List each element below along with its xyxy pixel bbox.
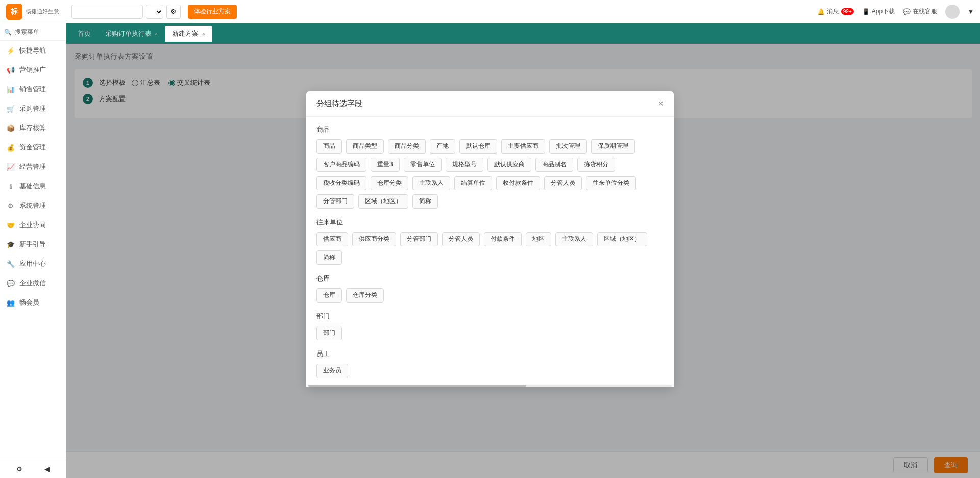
sidebar-bottom: ⚙ ◀ [0,460,66,478]
field-tag-1-6[interactable]: 主联系人 [555,232,593,246]
sidebar-item-guide[interactable]: 🎓 新手引导 [0,235,66,254]
field-tag-3-0[interactable]: 部门 [316,326,342,340]
operation-icon: 📈 [6,162,15,171]
experience-button[interactable]: 体验行业方案 [188,5,237,19]
system-icon: ⚙ [6,201,15,210]
field-tag-2-1[interactable]: 仓库分类 [346,288,384,303]
sidebar-item-sales[interactable]: 📊 销售管理 [0,80,66,99]
section-title-4: 员工 [316,349,664,359]
field-tag-0-9[interactable]: 重量3 [371,158,400,172]
guide-icon: 🎓 [6,240,15,249]
field-section-4: 员工业务员 [316,349,664,378]
field-section-1: 往来单位供应商供应商分类分管部门分管人员付款条件地区主联系人区域（地区）简称 [316,218,664,265]
nav-message[interactable]: 🔔 消息 99+ [817,7,854,16]
sidebar-item-purchase[interactable]: 🛒 采购管理 [0,99,66,118]
field-tag-1-2[interactable]: 分管部门 [400,232,438,246]
top-bar: 标 畅捷通好生意 ⚙ 体验行业方案 🔔 消息 99+ 📱 App下载 💬 在线客… [0,0,980,23]
sidebar-item-enterprise[interactable]: 🤝 企业协同 [0,215,66,235]
tab-new-plan[interactable]: 新建方案 × [165,26,212,42]
top-bar-right: 🔔 消息 99+ 📱 App下载 💬 在线客服 ▼ [817,5,974,19]
field-tag-0-17[interactable]: 主联系人 [412,176,450,190]
sidebar-item-basic-info[interactable]: ℹ 基础信息 [0,177,66,196]
field-tag-1-8[interactable]: 简称 [316,250,342,265]
nav-online-support[interactable]: 💬 在线客服 [903,7,937,16]
field-tag-1-4[interactable]: 付款条件 [484,232,522,246]
gear-button[interactable]: ⚙ [166,5,181,19]
sidebar-search[interactable]: 🔍 搜索菜单 [0,23,66,41]
shortcuts-icon: ⚡ [6,46,15,55]
section-title-2: 仓库 [316,274,664,283]
field-tags-4: 业务员 [316,364,664,378]
tab-home[interactable]: 首页 [70,26,98,42]
field-tag-0-16[interactable]: 仓库分类 [371,176,408,190]
sidebar-item-apps[interactable]: 🔧 应用中心 [0,254,66,273]
field-tag-0-18[interactable]: 结算单位 [454,176,492,190]
field-tag-0-4[interactable]: 默认仓库 [459,139,497,154]
field-tag-4-0[interactable]: 业务员 [316,364,348,378]
sidebar-item-system[interactable]: ⚙ 系统管理 [0,196,66,215]
field-tag-0-0[interactable]: 商品 [316,139,342,154]
field-tag-0-19[interactable]: 收付款条件 [496,176,540,190]
field-tags-3: 部门 [316,326,664,340]
logo-text: 畅捷通好生意 [26,8,59,15]
field-tag-2-0[interactable]: 仓库 [316,288,342,303]
field-tag-0-8[interactable]: 客户商品编码 [316,158,366,172]
field-tag-0-23[interactable]: 区域（地区） [358,194,408,209]
field-tags-0: 商品商品类型商品分类产地默认仓库主要供应商批次管理保质期管理客户商品编码重量3零… [316,139,664,209]
field-tag-0-20[interactable]: 分管人员 [544,176,582,190]
modal-close-button[interactable]: × [658,98,664,109]
field-section-2: 仓库仓库仓库分类 [316,274,664,303]
field-tag-0-14[interactable]: 拣货积分 [577,158,615,172]
tab-purchase-execution[interactable]: 采购订单执行表 × [98,26,165,42]
field-tag-0-12[interactable]: 默认供应商 [487,158,531,172]
purchase-icon: 🛒 [6,104,15,113]
sidebar-item-shortcuts[interactable]: ⚡ 快捷导航 [0,41,66,60]
modal-body[interactable]: 商品商品商品类型商品分类产地默认仓库主要供应商批次管理保质期管理客户商品编码重量… [306,117,674,384]
field-tag-1-3[interactable]: 分管人员 [442,232,480,246]
sidebar-item-finance[interactable]: 💰 资金管理 [0,138,66,157]
collapse-icon[interactable]: ◀ [44,465,50,473]
field-tag-1-5[interactable]: 地区 [526,232,551,246]
field-tag-0-5[interactable]: 主要供应商 [501,139,545,154]
search-dropdown[interactable] [146,5,163,19]
members-icon: 👥 [6,298,15,307]
field-tag-0-10[interactable]: 零售单位 [404,158,442,172]
finance-icon: 💰 [6,143,15,152]
field-tag-0-21[interactable]: 往来单位分类 [586,176,636,190]
field-tag-1-0[interactable]: 供应商 [316,232,348,246]
sidebar-item-operation[interactable]: 📈 经营管理 [0,157,66,177]
logo-icon: 标 [6,4,22,20]
tab-close-purchase[interactable]: × [155,31,158,37]
section-title-1: 往来单位 [316,218,664,227]
field-tag-0-13[interactable]: 商品别名 [535,158,573,172]
avatar[interactable] [945,5,960,19]
sidebar-item-marketing[interactable]: 📢 营销推广 [0,60,66,80]
section-title-3: 部门 [316,312,664,321]
wechat-icon: 💬 [6,279,15,288]
message-icon: 🔔 [817,8,825,15]
settings-icon[interactable]: ⚙ [16,465,22,473]
field-tag-1-7[interactable]: 区域（地区） [597,232,647,246]
sidebar-item-wechat[interactable]: 💬 企业微信 [0,273,66,293]
sidebar-item-members[interactable]: 👥 畅会员 [0,293,66,312]
app-icon: 📱 [862,8,870,15]
field-tag-1-1[interactable]: 供应商分类 [352,232,396,246]
nav-app-download[interactable]: 📱 App下载 [862,7,895,16]
field-tag-0-7[interactable]: 保质期管理 [591,139,635,154]
field-tag-0-1[interactable]: 商品类型 [346,139,384,154]
field-tag-0-24[interactable]: 简称 [412,194,438,209]
sidebar-item-inventory[interactable]: 📦 库存核算 [0,118,66,138]
sidebar: 🔍 搜索菜单 ⚡ 快捷导航 📢 营销推广 📊 销售管理 🛒 采购管理 📦 库存核… [0,23,66,478]
search-icon: 🔍 [4,29,12,36]
search-input[interactable] [71,5,143,19]
field-tag-0-22[interactable]: 分管部门 [316,194,354,209]
tab-close-new-plan[interactable]: × [202,31,205,37]
marketing-icon: 📢 [6,65,15,74]
field-tag-0-11[interactable]: 规格型号 [446,158,483,172]
field-tag-0-2[interactable]: 商品分类 [388,139,426,154]
field-tag-0-15[interactable]: 税收分类编码 [316,176,366,190]
basic-info-icon: ℹ [6,182,15,191]
message-badge: 99+ [841,8,854,15]
field-tag-0-6[interactable]: 批次管理 [549,139,587,154]
field-tag-0-3[interactable]: 产地 [430,139,455,154]
